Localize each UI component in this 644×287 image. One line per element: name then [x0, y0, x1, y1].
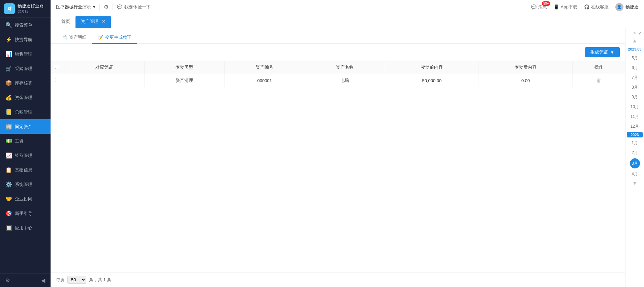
sidebar-nav: 🔍 搜索菜单 ⚡ 快捷导航 📊 销售管理 🛒 采购管理 📦 库存核算 💰 资金管…	[0, 18, 51, 274]
sidebar-item-apps[interactable]: 🔲 应用中心	[0, 221, 51, 235]
sidebar-item-system[interactable]: ⚙️ 系统管理	[0, 177, 51, 192]
date-month-2[interactable]: 2月	[625, 148, 644, 158]
date-month-9[interactable]: 9月	[625, 92, 644, 102]
app-name: 畅捷通好业财	[18, 3, 44, 9]
panel-header: ✕ ⤢	[625, 28, 644, 36]
service-button[interactable]: 🎧 在线客服	[584, 4, 609, 10]
sub-tab-voucher[interactable]: 📝 变更生成凭证	[92, 32, 137, 44]
tabbar: 首页 资产管理 ✕	[51, 14, 644, 28]
app-version: 普及版	[18, 9, 44, 14]
sidebar-item-salary[interactable]: 💵 工资	[0, 134, 51, 148]
guide-icon: 🎯	[5, 210, 11, 217]
main-content: 📄 资产明细 📝 变更生成凭证 生成凭证 ▼	[51, 28, 625, 287]
apps-icon: 🔲	[5, 225, 11, 231]
header-change-type: 变动类型	[144, 61, 224, 74]
delete-button[interactable]: 🗑	[596, 78, 601, 83]
experience-label: 我要体验一下	[124, 4, 151, 10]
sidebar-item-label: 企业协同	[15, 196, 32, 202]
sidebar-item-quicknav[interactable]: ⚡ 快捷导航	[0, 32, 51, 47]
row-checkbox[interactable]	[55, 78, 59, 82]
table-row: -- 资产清理 000001 电脑 50,000.00 0.00 🗑	[51, 74, 625, 87]
company-name: 医疗器械行业演示	[56, 4, 91, 10]
table-container: 对应凭证 变动类型 资产编号 资产名称 变动前内容 变动后内容 操作	[51, 61, 625, 272]
panel-close-icon[interactable]: ✕	[633, 30, 637, 36]
sidebar-item-label: 基础信息	[15, 167, 32, 173]
tab-home[interactable]: 首页	[56, 16, 75, 28]
ledger-icon: 📒	[5, 109, 11, 115]
per-page-label: 每页	[56, 277, 65, 283]
logo-icon: 财	[4, 3, 15, 14]
sidebar-item-label: 采购管理	[15, 66, 32, 72]
date-month-8[interactable]: 8月	[625, 83, 644, 92]
date-month-7[interactable]: 7月	[625, 73, 644, 83]
row-after-change: 0.00	[479, 74, 573, 87]
panel-expand-icon[interactable]: ⤢	[638, 30, 642, 36]
date-month-3-active[interactable]: 3月	[630, 158, 640, 168]
sidebar: 财 畅捷通好业财 普及版 🔍 搜索菜单 ⚡ 快捷导航 📊 销售管理 🛒 采购管理…	[0, 0, 51, 287]
sidebar-item-ops[interactable]: 📈 经营管理	[0, 148, 51, 163]
settings-footer-icon[interactable]: ⚙	[5, 277, 10, 284]
header-asset-name: 资产名称	[305, 61, 385, 74]
message-badge: 99+	[542, 1, 550, 6]
date-year-header: 2023.03	[625, 45, 644, 53]
date-month-1[interactable]: 1月	[625, 138, 644, 148]
row-checkbox-cell[interactable]	[51, 74, 64, 87]
app-download-button[interactable]: 📱 App下载	[554, 4, 577, 10]
date-scroll-up[interactable]: ▲	[625, 36, 644, 45]
sidebar-item-ledger[interactable]: 📒 总账管理	[0, 105, 51, 119]
row-asset-name: 电脑	[305, 74, 385, 87]
date-month-4[interactable]: 4月	[625, 169, 644, 179]
header-voucher-ref: 对应凭证	[64, 61, 144, 74]
tab-close-icon[interactable]: ✕	[102, 19, 105, 24]
main-area: 医疗器械行业演示 ▾ ⚙ 💬 我要体验一下 💬 消息 99+ 📱 App下载 🎧…	[51, 0, 644, 287]
sub-tab-asset-detail[interactable]: 📄 资产明细	[56, 32, 92, 44]
user-menu[interactable]: 👤 畅捷通	[615, 3, 639, 11]
generate-voucher-button[interactable]: 生成凭证 ▼	[585, 47, 620, 57]
app-logo: 财 畅捷通好业财 普及版	[0, 0, 51, 18]
topbar-right: 💬 消息 99+ 📱 App下载 🎧 在线客服 👤 畅捷通	[531, 3, 639, 11]
salary-icon: 💵	[5, 138, 11, 144]
tab-home-label: 首页	[61, 19, 70, 24]
sidebar-item-label: 新手引导	[15, 211, 32, 217]
sidebar-item-purchase[interactable]: 🛒 采购管理	[0, 61, 51, 76]
tab-asset[interactable]: 资产管理 ✕	[75, 16, 111, 28]
select-all-checkbox[interactable]	[55, 65, 59, 69]
date-month-5[interactable]: 5月	[625, 53, 644, 63]
table-header-row: 对应凭证 变动类型 资产编号 资产名称 变动前内容 变动后内容 操作	[51, 61, 625, 74]
sales-icon: 📊	[5, 51, 11, 57]
date-month-10[interactable]: 10月	[625, 102, 644, 112]
row-voucher-ref: --	[64, 74, 144, 87]
topbar-settings-icon[interactable]: ⚙	[104, 4, 109, 10]
sidebar-item-label: 总账管理	[15, 109, 32, 115]
per-page-select[interactable]: 10 20 50 100	[67, 276, 86, 284]
date-month-6[interactable]: 6月	[625, 63, 644, 73]
sidebar-item-collab[interactable]: 🤝 企业协同	[0, 192, 51, 206]
date-month-11[interactable]: 11月	[625, 112, 644, 122]
header-checkbox[interactable]	[51, 61, 64, 74]
asset-detail-icon: 📄	[61, 35, 67, 40]
collapse-icon[interactable]: ◀	[41, 277, 45, 284]
sidebar-item-funds[interactable]: 💰 资金管理	[0, 90, 51, 105]
sidebar-item-guide[interactable]: 🎯 新手引导	[0, 206, 51, 221]
service-icon: 🎧	[584, 4, 589, 9]
company-selector[interactable]: 医疗器械行业演示 ▾	[56, 4, 95, 10]
date-scroll-down[interactable]: ▼	[625, 179, 644, 188]
sidebar-item-fixed[interactable]: 🏢 固定资产	[0, 119, 51, 134]
pagination: 每页 10 20 50 100 条，共 1 条	[51, 272, 625, 287]
sidebar-item-base[interactable]: 📋 基础信息	[0, 163, 51, 177]
message-button[interactable]: 💬 消息 99+	[531, 4, 547, 10]
sidebar-item-sales[interactable]: 📊 销售管理	[0, 47, 51, 61]
content-area: 📄 资产明细 📝 变更生成凭证 生成凭证 ▼	[51, 28, 644, 287]
row-change-type: 资产清理	[144, 74, 224, 87]
app-label: App下载	[561, 4, 577, 10]
avatar: 👤	[615, 3, 623, 11]
experience-button[interactable]: 💬 我要体验一下	[117, 4, 151, 10]
quicknav-icon: ⚡	[5, 36, 11, 43]
voucher-icon: 📝	[97, 35, 103, 40]
date-month-12[interactable]: 12月	[625, 122, 644, 131]
service-label: 在线客服	[591, 4, 609, 10]
sidebar-item-inventory[interactable]: 📦 库存核算	[0, 76, 51, 90]
funds-icon: 💰	[5, 94, 11, 101]
toolbar: 生成凭证 ▼	[51, 44, 625, 61]
sidebar-item-search[interactable]: 🔍 搜索菜单	[0, 18, 51, 32]
